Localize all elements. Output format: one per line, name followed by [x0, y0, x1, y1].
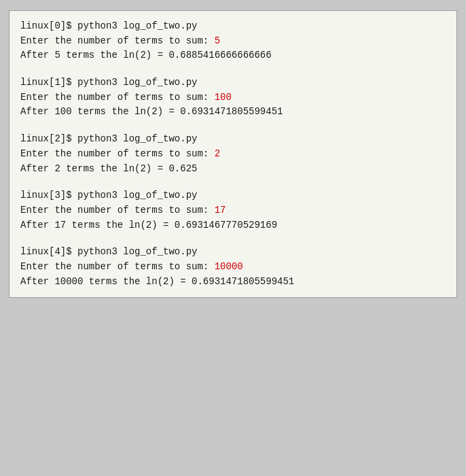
result-line-0: After 5 terms the ln(2) = 0.688541666666… — [20, 48, 446, 63]
prompt-line-4: Enter the number of terms to sum: 10000 — [20, 260, 446, 275]
command-line-3: linux[3]$ python3 log_of_two.py — [20, 188, 446, 203]
result-line-1: After 100 terms the ln(2) = 0.6931471805… — [20, 105, 446, 120]
terminal-block-3: linux[3]$ python3 log_of_two.py Enter th… — [20, 188, 446, 233]
command-line-2: linux[2]$ python3 log_of_two.py — [20, 132, 446, 147]
result-line-4: After 10000 terms the ln(2) = 0.69314718… — [20, 275, 446, 290]
command-line-1: linux[1]$ python3 log_of_two.py — [20, 75, 446, 90]
result-line-3: After 17 terms the ln(2) = 0.69314677705… — [20, 218, 446, 233]
terminal-block-4: linux[4]$ python3 log_of_two.py Enter th… — [20, 245, 446, 289]
terminal-container: linux[0]$ python3 log_of_two.py Enter th… — [9, 10, 457, 298]
command-line-0: linux[0]$ python3 log_of_two.py — [20, 19, 446, 34]
input-value-3: 17 — [215, 205, 226, 216]
prompt-line-3: Enter the number of terms to sum: 17 — [20, 203, 446, 218]
prompt-line-0: Enter the number of terms to sum: 5 — [20, 34, 446, 49]
input-value-4: 10000 — [215, 261, 243, 272]
input-value-1: 100 — [215, 92, 232, 103]
terminal-block-0: linux[0]$ python3 log_of_two.py Enter th… — [20, 19, 446, 63]
input-value-0: 5 — [215, 35, 220, 46]
terminal-block-1: linux[1]$ python3 log_of_two.py Enter th… — [20, 75, 446, 120]
command-line-4: linux[4]$ python3 log_of_two.py — [20, 245, 446, 260]
prompt-line-1: Enter the number of terms to sum: 100 — [20, 90, 446, 105]
prompt-line-2: Enter the number of terms to sum: 2 — [20, 147, 446, 162]
result-line-2: After 2 terms the ln(2) = 0.625 — [20, 162, 446, 177]
terminal-block-2: linux[2]$ python3 log_of_two.py Enter th… — [20, 132, 446, 176]
input-value-2: 2 — [215, 148, 220, 159]
